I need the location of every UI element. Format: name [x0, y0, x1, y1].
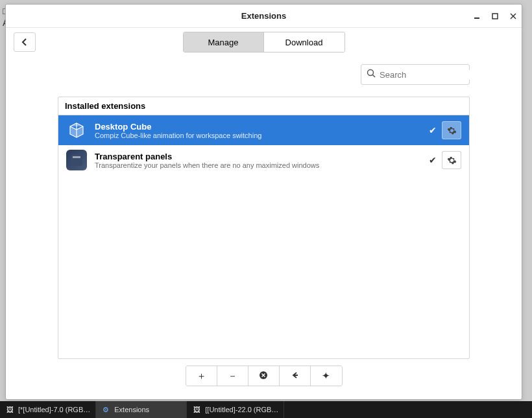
toolbar-button-group: ＋ － ✦: [186, 366, 343, 386]
svg-rect-6: [71, 154, 82, 166]
extension-row-desktop-cube[interactable]: Desktop Cube Compiz Cube-like animation …: [58, 115, 469, 145]
enabled-check-icon: ✔: [429, 155, 437, 165]
task-label: Extensions: [114, 406, 149, 413]
taskbar: 🖼 [*[Untitled]-7.0 (RGB… ⚙ Extensions 🖼 …: [0, 401, 532, 418]
minus-icon: －: [228, 370, 237, 382]
extension-actions: ✔: [429, 151, 461, 169]
app-icon: 🖼: [5, 405, 14, 414]
tab-download[interactable]: Download: [264, 32, 345, 52]
extension-list: Desktop Cube Compiz Cube-like animation …: [58, 115, 469, 358]
extension-title: Transparent panels: [95, 152, 421, 161]
chevron-left-icon: [21, 38, 29, 46]
extension-text: Desktop Cube Compiz Cube-like animation …: [95, 122, 421, 139]
svg-rect-0: [474, 17, 479, 19]
cube-icon: [66, 120, 87, 141]
minimize-button[interactable]: [472, 12, 481, 21]
enabled-check-icon: ✔: [429, 125, 437, 135]
close-button[interactable]: [509, 12, 518, 21]
svg-point-4: [368, 70, 374, 76]
settings-button[interactable]: [442, 151, 461, 169]
svg-rect-7: [73, 156, 80, 158]
task-label: [[Untitled]-22.0 (RGB…: [205, 406, 278, 413]
gear-icon: [447, 156, 457, 165]
window-controls: [472, 5, 518, 28]
taskbar-item[interactable]: 🖼 [[Untitled]-22.0 (RGB…: [187, 401, 284, 418]
panels-icon: [66, 150, 87, 170]
toolbar: Manage Download: [6, 28, 522, 56]
gear-icon: [447, 126, 457, 135]
search-icon: [367, 69, 376, 80]
titlebar: Extensions: [6, 5, 522, 28]
gear-icon: ⚙: [101, 405, 110, 414]
extension-title: Desktop Cube: [95, 122, 421, 132]
panel-header: Installed extensions: [58, 97, 469, 115]
disable-button[interactable]: [248, 366, 280, 386]
undo-button[interactable]: [280, 366, 311, 386]
add-button[interactable]: ＋: [186, 366, 217, 386]
tab-manage[interactable]: Manage: [184, 32, 264, 52]
star-button[interactable]: ✦: [311, 366, 342, 386]
search-box[interactable]: [361, 64, 470, 85]
extension-row-transparent-panels[interactable]: Transparent panels Transparentize your p…: [58, 145, 469, 175]
svg-line-5: [373, 75, 376, 78]
x-circle-icon: [259, 371, 268, 382]
window-title: Extensions: [241, 11, 286, 21]
search-input[interactable]: [380, 70, 489, 80]
settings-button[interactable]: [442, 121, 461, 139]
app-icon: 🖼: [192, 405, 201, 414]
extension-description: Transparentize your panels when there ar…: [95, 161, 421, 169]
extension-description: Compiz Cube-like animation for workspace…: [95, 132, 421, 139]
undo-icon: [290, 371, 299, 382]
task-label: [*[Untitled]-7.0 (RGB…: [18, 406, 90, 413]
taskbar-item-extensions[interactable]: ⚙ Extensions: [96, 401, 187, 418]
installed-extensions-panel: Installed extensions Desktop Cube Compiz…: [58, 97, 470, 359]
extensions-window: Extensions Manage Download Installed ext…: [5, 4, 522, 400]
back-button[interactable]: [14, 32, 36, 52]
search-row: [58, 64, 470, 85]
extension-actions: ✔: [429, 121, 461, 139]
content-area: Installed extensions Desktop Cube Compiz…: [6, 56, 522, 399]
tab-group: Manage Download: [183, 32, 345, 52]
remove-button[interactable]: －: [217, 366, 248, 386]
bottom-toolbar: ＋ － ✦: [58, 359, 470, 393]
svg-rect-1: [492, 14, 498, 19]
sparkle-icon: ✦: [322, 370, 330, 382]
plus-icon: ＋: [197, 370, 206, 382]
taskbar-item[interactable]: 🖼 [*[Untitled]-7.0 (RGB…: [0, 401, 96, 418]
extension-text: Transparent panels Transparentize your p…: [95, 152, 421, 169]
maximize-button[interactable]: [490, 12, 500, 21]
